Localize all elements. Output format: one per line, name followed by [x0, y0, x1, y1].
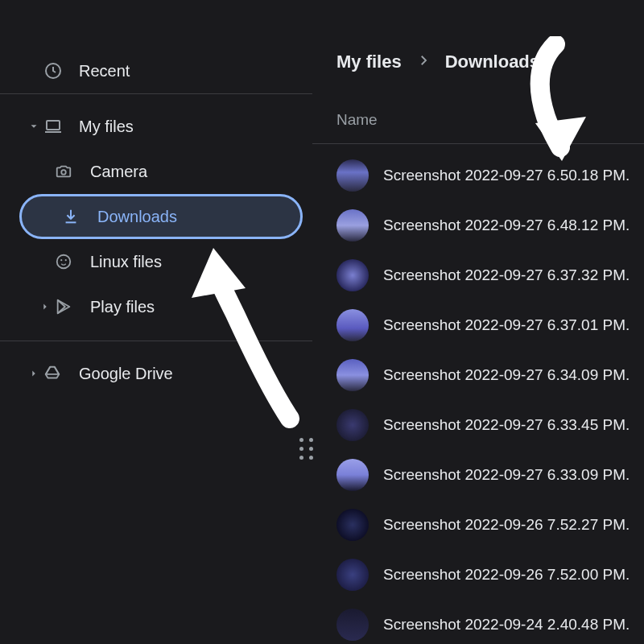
column-header-name[interactable]: Name — [312, 111, 644, 144]
camera-icon — [55, 163, 90, 180]
sidebar: Recent My files Camera Downlo — [0, 0, 312, 644]
laptop-icon — [43, 117, 79, 136]
sidebar-item-camera[interactable]: Camera — [0, 149, 312, 194]
file-row[interactable]: Screenshot 2022-09-26 7.52.00 PM. — [312, 550, 644, 600]
breadcrumb-root[interactable]: My files — [336, 52, 402, 72]
sidebar-item-linux[interactable]: Linux files — [0, 239, 312, 284]
file-row[interactable]: Screenshot 2022-09-27 6.37.32 PM. — [312, 250, 644, 300]
file-thumbnail — [336, 309, 369, 341]
file-name: Screenshot 2022-09-26 7.52.00 PM. — [383, 566, 630, 584]
file-row[interactable]: Screenshot 2022-09-27 6.33.45 PM. — [312, 400, 644, 450]
file-name: Screenshot 2022-09-27 6.37.32 PM. — [383, 266, 630, 284]
file-thumbnail — [336, 559, 369, 591]
svg-point-2 — [61, 170, 66, 175]
file-name: Screenshot 2022-09-27 6.33.09 PM. — [383, 466, 630, 484]
file-name: Screenshot 2022-09-27 6.37.01 PM. — [383, 316, 630, 334]
sidebar-label: My files — [79, 118, 312, 136]
file-name: Screenshot 2022-09-26 7.52.27 PM. — [383, 516, 630, 534]
sidebar-item-play[interactable]: Play files — [0, 284, 312, 329]
file-name: Screenshot 2022-09-27 6.34.09 PM. — [383, 366, 630, 384]
file-row[interactable]: Screenshot 2022-09-27 6.50.18 PM. — [312, 151, 644, 200]
sidebar-label: Downloads — [97, 208, 300, 226]
svg-rect-1 — [47, 121, 60, 130]
file-thumbnail — [336, 259, 369, 291]
file-name: Screenshot 2022-09-27 6.50.18 PM. — [383, 167, 630, 184]
file-thumbnail — [336, 509, 369, 541]
main-pane: My files Downloads Name Screenshot 2022-… — [312, 0, 644, 644]
file-thumbnail — [336, 409, 369, 441]
file-thumbnail — [336, 359, 369, 391]
play-store-icon — [55, 298, 90, 316]
svg-point-3 — [57, 255, 71, 269]
linux-icon — [55, 253, 90, 270]
file-row[interactable]: Screenshot 2022-09-24 2.40.48 PM. — [312, 600, 644, 644]
download-icon — [62, 208, 97, 225]
sidebar-label: Camera — [90, 163, 312, 181]
file-name: Screenshot 2022-09-27 6.33.45 PM. — [383, 416, 630, 434]
drive-icon — [43, 365, 79, 382]
file-row[interactable]: Screenshot 2022-09-27 6.34.09 PM. — [312, 350, 644, 400]
clock-icon — [43, 61, 79, 80]
breadcrumb: My files Downloads — [312, 52, 644, 111]
file-thumbnail — [336, 209, 369, 242]
file-row[interactable]: Screenshot 2022-09-27 6.48.12 PM. — [312, 200, 644, 250]
file-thumbnail — [336, 609, 369, 641]
file-thumbnail — [336, 459, 369, 491]
chevron-right-icon — [416, 52, 431, 72]
file-row[interactable]: Screenshot 2022-09-27 6.37.01 PM. — [312, 300, 644, 350]
file-name: Screenshot 2022-09-27 6.48.12 PM. — [383, 217, 630, 234]
sidebar-item-recent[interactable]: Recent — [0, 48, 312, 93]
file-row[interactable]: Screenshot 2022-09-27 6.33.09 PM. — [312, 450, 644, 500]
chevron-right-icon[interactable] — [24, 368, 43, 379]
sidebar-label: Google Drive — [79, 365, 312, 383]
file-thumbnail — [336, 159, 369, 192]
breadcrumb-current: Downloads — [445, 52, 539, 72]
file-list: Screenshot 2022-09-27 6.50.18 PM.Screens… — [312, 151, 644, 644]
sidebar-label: Recent — [79, 62, 312, 80]
file-name: Screenshot 2022-09-24 2.40.48 PM. — [383, 616, 630, 634]
sidebar-item-drive[interactable]: Google Drive — [0, 351, 312, 396]
chevron-right-icon[interactable] — [35, 301, 55, 312]
sidebar-label: Play files — [90, 298, 312, 316]
pane-resize-handle[interactable] — [299, 438, 314, 460]
sidebar-label: Linux files — [90, 253, 312, 271]
sidebar-item-downloads[interactable]: Downloads — [0, 194, 312, 239]
chevron-down-icon[interactable] — [24, 121, 43, 132]
svg-point-4 — [60, 259, 62, 261]
file-row[interactable]: Screenshot 2022-09-26 7.52.27 PM. — [312, 500, 644, 550]
sidebar-item-myfiles[interactable]: My files — [0, 104, 312, 149]
svg-point-5 — [65, 259, 67, 261]
